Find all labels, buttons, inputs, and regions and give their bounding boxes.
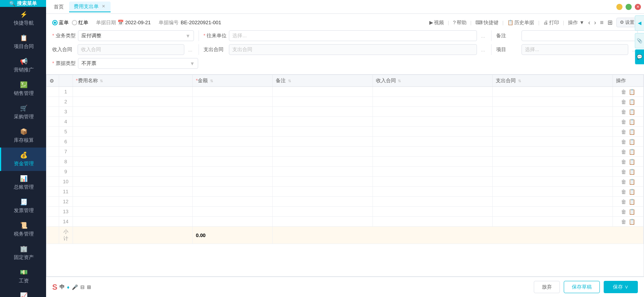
row-income-contract-9[interactable]: [372, 167, 493, 177]
window-maximize[interactable]: [626, 4, 632, 10]
row-delete-12[interactable]: 🗑: [621, 199, 626, 205]
income-contract-ellipsis[interactable]: ...: [187, 47, 194, 53]
sidebar-item-quick-nav[interactable]: ⚡ 快捷导航: [0, 7, 46, 30]
toolbar-history[interactable]: 📋 历史单据: [507, 19, 534, 26]
row-copy-10[interactable]: 📋: [629, 179, 635, 185]
row-expense-name-11[interactable]: [73, 187, 193, 197]
sidebar-item-capital[interactable]: 💰 资金管理: [0, 148, 46, 171]
discard-button[interactable]: 放弃: [534, 281, 560, 293]
date-value[interactable]: 2022-09-21: [125, 20, 151, 25]
window-minimize[interactable]: [616, 4, 622, 10]
row-remark-8[interactable]: [273, 157, 372, 167]
row-income-contract-13[interactable]: [372, 207, 493, 217]
row-copy-3[interactable]: 📋: [629, 109, 635, 115]
row-amount-2[interactable]: [193, 97, 273, 107]
sidebar-item-operations[interactable]: 📈 经营管理: [0, 288, 46, 297]
remark-input[interactable]: [521, 30, 638, 41]
row-expense-name-4[interactable]: [73, 117, 193, 127]
row-expense-contract-9[interactable]: [493, 167, 613, 177]
row-copy-9[interactable]: 📋: [629, 169, 635, 175]
row-amount-8[interactable]: [193, 157, 273, 167]
sidebar-item-procurement[interactable]: 🛒 采购管理: [0, 101, 46, 124]
row-amount-12[interactable]: [193, 197, 273, 207]
row-remark-3[interactable]: [273, 107, 372, 117]
row-expense-name-12[interactable]: [73, 197, 193, 207]
row-copy-6[interactable]: 📋: [629, 139, 635, 145]
row-amount-14[interactable]: [193, 217, 273, 227]
row-remark-12[interactable]: [273, 197, 372, 207]
row-expense-name-5[interactable]: [73, 127, 193, 137]
row-delete-14[interactable]: 🗑: [621, 219, 626, 225]
business-type-select[interactable]: 应付调整 ▼: [78, 30, 194, 41]
row-copy-11[interactable]: 📋: [629, 189, 635, 195]
row-remark-4[interactable]: [273, 117, 372, 127]
row-delete-7[interactable]: 🗑: [621, 149, 626, 155]
row-amount-1[interactable]: [193, 87, 273, 97]
row-expense-contract-1[interactable]: [493, 87, 613, 97]
tab-home[interactable]: 首页: [49, 2, 68, 12]
row-income-contract-3[interactable]: [372, 107, 493, 117]
row-income-contract-6[interactable]: [372, 137, 493, 147]
sidebar-search[interactable]: 🔍 搜索菜单: [0, 0, 46, 7]
row-expense-contract-12[interactable]: [493, 197, 613, 207]
row-amount-6[interactable]: [193, 137, 273, 147]
row-remark-11[interactable]: [273, 187, 372, 197]
row-remark-7[interactable]: [273, 147, 372, 157]
row-delete-3[interactable]: 🗑: [621, 109, 626, 115]
toolbar-shortcut[interactable]: ⌨ 快捷键: [475, 19, 498, 26]
row-remark-10[interactable]: [273, 177, 372, 187]
toolbar-nav-prev[interactable]: ‹: [588, 19, 590, 26]
sidebar-item-salary[interactable]: 💵 工资: [0, 265, 46, 288]
col-expense-name[interactable]: *费用名称 ⇅: [73, 75, 193, 87]
income-contract-input[interactable]: 收入合同: [78, 44, 184, 55]
row-expense-name-1[interactable]: [73, 87, 193, 97]
row-amount-3[interactable]: [193, 107, 273, 117]
col-remark[interactable]: 备注 ⇅: [273, 75, 372, 87]
radio-blue[interactable]: 蓝单: [52, 19, 69, 26]
row-amount-7[interactable]: [193, 147, 273, 157]
sidebar-item-fixed-assets[interactable]: 🏢 固定资产: [0, 241, 46, 265]
row-income-contract-7[interactable]: [372, 147, 493, 157]
row-expense-name-6[interactable]: [73, 137, 193, 147]
right-panel-btn-2[interactable]: 📎: [635, 33, 644, 48]
window-close[interactable]: ✕: [635, 4, 641, 10]
expense-contract-ellipsis[interactable]: ...: [479, 47, 487, 53]
row-expense-contract-6[interactable]: [493, 137, 613, 147]
toolbar-video[interactable]: ▶ 视频: [429, 19, 444, 26]
row-expense-name-8[interactable]: [73, 157, 193, 167]
row-delete-2[interactable]: 🗑: [621, 99, 626, 105]
row-remark-9[interactable]: [273, 167, 372, 177]
row-expense-name-3[interactable]: [73, 107, 193, 117]
row-copy-2[interactable]: 📋: [629, 99, 635, 105]
radio-red[interactable]: 红单: [72, 19, 88, 26]
row-expense-name-13[interactable]: [73, 207, 193, 217]
row-income-contract-4[interactable]: [372, 117, 493, 127]
row-remark-13[interactable]: [273, 207, 372, 217]
row-income-contract-12[interactable]: [372, 197, 493, 207]
sidebar-item-accounting[interactable]: 📊 总账管理: [0, 171, 46, 194]
row-remark-5[interactable]: [273, 127, 372, 137]
sidebar-item-sales[interactable]: 💹 销售管理: [0, 77, 46, 101]
toolbar-print[interactable]: 🖨 打印: [543, 19, 559, 26]
row-expense-name-10[interactable]: [73, 177, 193, 187]
row-delete-10[interactable]: 🗑: [621, 179, 626, 185]
row-copy-7[interactable]: 📋: [629, 149, 635, 155]
right-panel-btn-3[interactable]: 💬: [635, 49, 644, 65]
row-income-contract-1[interactable]: [372, 87, 493, 97]
row-income-contract-11[interactable]: [372, 187, 493, 197]
toolbar-view-list[interactable]: ≡: [600, 19, 603, 26]
row-income-contract-8[interactable]: [372, 157, 493, 167]
row-copy-13[interactable]: 📋: [629, 209, 635, 215]
row-expense-contract-8[interactable]: [493, 157, 613, 167]
expense-contract-input[interactable]: 支出合同: [229, 44, 477, 55]
toolbar-operation[interactable]: 操作 ▼: [568, 19, 584, 26]
sidebar-item-inventory[interactable]: 📦 库存核算: [0, 124, 46, 148]
row-expense-name-2[interactable]: [73, 97, 193, 107]
row-amount-13[interactable]: [193, 207, 273, 217]
row-income-contract-14[interactable]: [372, 217, 493, 227]
row-copy-1[interactable]: 📋: [629, 89, 635, 95]
tab-expense-bill[interactable]: 费用支出单 ✕: [69, 2, 111, 12]
counterpart-ellipsis[interactable]: ...: [479, 33, 487, 39]
row-copy-4[interactable]: 📋: [629, 119, 635, 125]
row-expense-name-7[interactable]: [73, 147, 193, 157]
